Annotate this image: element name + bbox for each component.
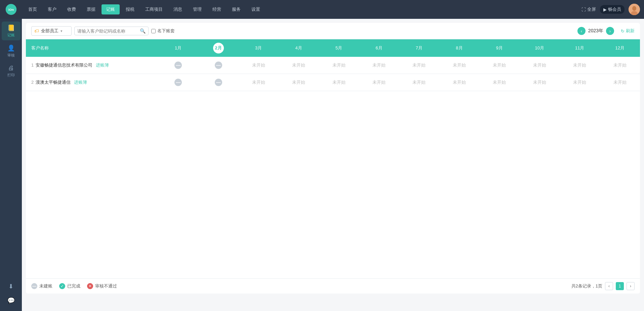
status-not-started: 未开始 bbox=[412, 63, 426, 68]
status-not-started: 未开始 bbox=[332, 63, 346, 68]
search-box: 🔍 bbox=[74, 27, 149, 35]
status-not-started: 未开始 bbox=[453, 63, 466, 68]
nav-manage[interactable]: 管理 bbox=[188, 4, 206, 14]
not-started-icon: — bbox=[31, 283, 37, 289]
col-header-m12: 12月 bbox=[600, 39, 640, 57]
status-not-started: 未开始 bbox=[533, 80, 546, 85]
nav-message[interactable]: 消息 bbox=[169, 4, 187, 14]
cell-m11: 未开始 bbox=[560, 57, 600, 74]
bookkeeping-icon: 📒 bbox=[7, 24, 15, 32]
sidebar-item-audit[interactable]: 👤 审核 bbox=[2, 42, 21, 61]
col-header-m9: 9月 bbox=[479, 39, 519, 57]
vip-icon: ▶ bbox=[603, 7, 607, 12]
legend-rejected: ✕ 审核不通过 bbox=[87, 283, 117, 289]
search-icon[interactable]: 🔍 bbox=[140, 28, 146, 34]
nav-settings[interactable]: 设置 bbox=[247, 4, 265, 14]
col-header-m1: 1月 bbox=[158, 39, 198, 57]
nav-right: ⛶ 全屏 ▶ 畅会员 bbox=[581, 4, 640, 15]
sidebar-item-download[interactable]: ⬇ bbox=[2, 280, 21, 293]
support-icon: 💬 bbox=[7, 297, 15, 304]
avatar[interactable] bbox=[629, 4, 640, 15]
cell-m12: 未开始 bbox=[600, 57, 640, 74]
status-not-started: 未开始 bbox=[292, 63, 305, 68]
under-account-checkbox[interactable] bbox=[151, 29, 156, 33]
status-not-started: 未开始 bbox=[292, 80, 305, 85]
page-1-button[interactable]: 1 bbox=[616, 282, 624, 290]
nav-home[interactable]: 首页 bbox=[24, 4, 42, 14]
content-area: 🏷 全部员工 ▾ 🔍 名下账套 ‹ 2023年 › bbox=[22, 19, 644, 311]
nav-service[interactable]: 服务 bbox=[227, 4, 245, 14]
sidebar-bottom: ⬇ 💬 bbox=[2, 280, 21, 307]
nav-customer[interactable]: 客户 bbox=[43, 4, 61, 14]
download-icon: ⬇ bbox=[8, 283, 13, 290]
sidebar-item-print[interactable]: 🖨 打印 bbox=[2, 62, 21, 80]
status-not-started: 未开始 bbox=[252, 63, 265, 68]
vip-button[interactable]: ▶ 畅会员 bbox=[600, 5, 625, 14]
svg-point-3 bbox=[632, 6, 636, 11]
table-row: 2漠澳太平畅捷通信进账簿——未开始未开始未开始未开始未开始未开始未开始未开始未开… bbox=[26, 74, 640, 91]
employee-select[interactable]: 🏷 全部员工 ▾ bbox=[31, 26, 72, 36]
col-header-m4: 4月 bbox=[279, 39, 319, 57]
nav-business[interactable]: 工商项目 bbox=[140, 4, 167, 14]
enter-ledger-link[interactable]: 进账簿 bbox=[74, 80, 87, 85]
employee-select-text: 全部员工 bbox=[41, 28, 58, 34]
status-dash-icon: — bbox=[174, 62, 182, 69]
active-month-circle: 2月 bbox=[213, 43, 224, 53]
logo[interactable]: iOn bbox=[0, 0, 22, 19]
status-not-started: 未开始 bbox=[332, 80, 346, 85]
col-header-name: 客户名称 bbox=[26, 39, 158, 57]
nav-fee[interactable]: 收费 bbox=[63, 4, 81, 14]
avatar-image bbox=[629, 4, 640, 15]
print-icon: 🖨 bbox=[8, 65, 14, 72]
col-header-m7: 7月 bbox=[399, 39, 439, 57]
sidebar-item-support[interactable]: 💬 bbox=[2, 294, 21, 307]
chevron-down-icon: ▾ bbox=[61, 29, 63, 33]
col-header-m11: 11月 bbox=[560, 39, 600, 57]
refresh-icon: ↻ bbox=[621, 29, 625, 34]
status-not-started: 未开始 bbox=[613, 80, 627, 85]
refresh-button[interactable]: ↻ 刷新 bbox=[621, 28, 635, 34]
status-dash-icon: — bbox=[215, 79, 222, 86]
nav-operation[interactable]: 经营 bbox=[208, 4, 226, 14]
status-not-started: 未开始 bbox=[252, 80, 265, 85]
toolbar: 🏷 全部员工 ▾ 🔍 名下账套 ‹ 2023年 › bbox=[26, 23, 640, 39]
cell-m4: 未开始 bbox=[279, 74, 319, 91]
status-not-started: 未开始 bbox=[533, 63, 546, 68]
cell-m12: 未开始 bbox=[600, 74, 640, 91]
next-year-button[interactable]: › bbox=[606, 27, 614, 35]
row-num: 1 bbox=[31, 63, 34, 68]
col-header-m2: 2月 bbox=[198, 39, 238, 57]
status-not-started: 未开始 bbox=[372, 80, 386, 85]
cell-m2: — bbox=[198, 57, 238, 74]
cell-m9: 未开始 bbox=[479, 57, 519, 74]
nav-tax[interactable]: 报税 bbox=[121, 4, 139, 14]
prev-year-button[interactable]: ‹ bbox=[577, 27, 586, 35]
under-account-filter[interactable]: 名下账套 bbox=[151, 28, 175, 34]
row-num: 2 bbox=[31, 80, 34, 85]
cell-m3: 未开始 bbox=[238, 57, 278, 74]
content-inner: 🏷 全部员工 ▾ 🔍 名下账套 ‹ 2023年 › bbox=[26, 23, 640, 294]
footer: — 未建账 ✓ 已完成 ✕ 审核不通过 共2条记录，1页 ‹ 1 › bbox=[26, 278, 640, 294]
status-dash-icon: — bbox=[215, 62, 222, 69]
search-input[interactable] bbox=[77, 29, 138, 34]
prev-page-button[interactable]: ‹ bbox=[605, 282, 613, 290]
status-not-started: 未开始 bbox=[613, 63, 627, 68]
cell-m8: 未开始 bbox=[439, 74, 479, 91]
fullscreen-icon: ⛶ bbox=[581, 7, 586, 12]
table-wrap: 客户名称 1月 2月 3月 4月 5月 6月 7月 8月 9月 bbox=[26, 39, 640, 278]
nav-invoice[interactable]: 票据 bbox=[82, 4, 100, 14]
enter-ledger-link[interactable]: 进账簿 bbox=[96, 63, 109, 68]
fullscreen-button[interactable]: ⛶ 全屏 bbox=[581, 6, 596, 12]
cell-m10: 未开始 bbox=[520, 57, 560, 74]
rejected-icon: ✕ bbox=[87, 283, 93, 289]
nav-bookkeeping[interactable]: 记账 bbox=[102, 4, 120, 14]
col-header-m6: 6月 bbox=[359, 39, 399, 57]
svg-text:iOn: iOn bbox=[8, 8, 13, 11]
sidebar: 📒 记账 👤 审核 🖨 打印 ⬇ 💬 bbox=[0, 19, 22, 311]
sidebar-item-bookkeeping[interactable]: 📒 记账 bbox=[2, 22, 21, 40]
company-name: 安徽畅捷通信息技术有限公司 bbox=[36, 63, 92, 68]
next-page-button[interactable]: › bbox=[627, 282, 635, 290]
col-header-m8: 8月 bbox=[439, 39, 479, 57]
status-not-started: 未开始 bbox=[453, 80, 466, 85]
table-row: 1安徽畅捷通信息技术有限公司进账簿——未开始未开始未开始未开始未开始未开始未开始… bbox=[26, 57, 640, 74]
